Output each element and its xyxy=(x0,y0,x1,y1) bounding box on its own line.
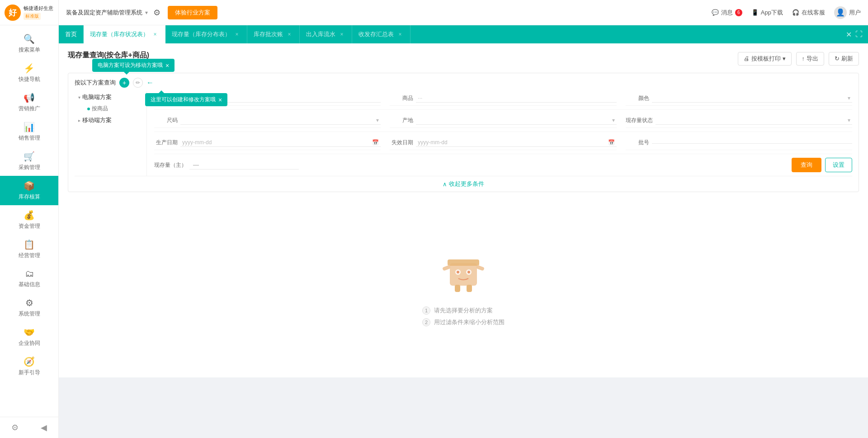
sidebar-item-inventory[interactable]: 📦 库存核算 xyxy=(0,176,58,205)
sidebar-item-basic[interactable]: 🗂 基础信息 xyxy=(0,264,58,293)
filter-size: 尺码 ▾ xyxy=(154,113,381,128)
chevron-up-icon: ∧ xyxy=(443,181,447,188)
tooltip-scheme-mobile: 电脑方案可设为移动方案哦 × xyxy=(92,59,175,72)
tab-close-batch-ledger[interactable]: × xyxy=(286,31,293,38)
batch-no-input[interactable] xyxy=(652,141,852,144)
filter-stock-status: 现存量状态 ▾ xyxy=(626,113,852,128)
stock-qty-input[interactable]: — xyxy=(189,160,299,170)
sidebar-item-label: 系统管理 xyxy=(19,310,40,318)
goods-label: 商品 xyxy=(390,94,413,102)
sidebar-item-operations[interactable]: 📋 经营管理 xyxy=(0,235,58,264)
sidebar-item-enterprise[interactable]: 🤝 企业协同 xyxy=(0,322,58,352)
goods-input[interactable]: ··· xyxy=(416,94,616,103)
svg-rect-9 xyxy=(467,285,472,292)
tab-in-out-flow-label: 出入库流水 xyxy=(306,30,335,38)
sidebar-item-guide[interactable]: 🧭 新手引导 xyxy=(0,352,58,381)
inventory-icon: 📦 xyxy=(24,180,35,191)
size-arrow-icon: ▾ xyxy=(376,117,379,123)
tooltip-text: 电脑方案可设为移动方案哦 xyxy=(98,61,163,69)
tabbar-close-all-icon[interactable]: ✕ xyxy=(846,30,852,39)
sidebar-bottom: ⚙ ◀ xyxy=(0,417,58,438)
scheme-by-goods[interactable]: 按商品 xyxy=(84,103,142,114)
main-content: 现存量查询(按仓库+商品) 🖨 按模板打印 ▾ ↑ 导出 ↻ 刷新 xyxy=(59,43,868,438)
filter-row-1: 仓库 ··· 商品 ··· 颜色 xyxy=(154,91,852,110)
tab-close-in-out-flow[interactable]: × xyxy=(338,31,345,38)
tabbar: 首页 现存量（库存状况表） × 现存量（库存分布表） × 库存批次账 × 出入库… xyxy=(59,25,868,43)
sales-icon: 📊 xyxy=(24,122,35,132)
tab-inventory-dist[interactable]: 现存量（库存分布表） × xyxy=(165,25,247,43)
page-actions: 🖨 按模板打印 ▾ ↑ 导出 ↻ 刷新 xyxy=(738,52,859,66)
collapse-sidebar-btn[interactable]: ◀ xyxy=(41,423,47,433)
basic-icon: 🗂 xyxy=(25,268,34,279)
origin-label: 产地 xyxy=(390,117,413,124)
user-menu[interactable]: 👤 用户 xyxy=(834,6,861,19)
sidebar-item-label: 营销推广 xyxy=(19,105,40,113)
content-area: 现存量查询(按仓库+商品) 🖨 按模板打印 ▾ ↑ 导出 ↻ 刷新 xyxy=(59,43,868,377)
empty-illustration xyxy=(439,245,488,295)
empty-text: 1 请先选择要分析的方案 2 用过滤条件来缩小分析范围 xyxy=(422,304,505,329)
batch-no-label: 批号 xyxy=(626,139,649,146)
scheme-mobile[interactable]: ▸ 移动端方案 xyxy=(75,114,142,126)
sidebar-item-quick[interactable]: ⚡ 快捷导航 xyxy=(0,58,58,88)
guide-icon: 🧭 xyxy=(24,356,35,367)
finance-icon: 💰 xyxy=(24,210,35,221)
refresh-button[interactable]: ↻ 刷新 xyxy=(829,52,859,66)
header-left: 装备及固定资产辅助管理系统 ▾ ⚙ 体验行业方案 xyxy=(66,6,217,19)
sidebar-item-label: 企业协同 xyxy=(19,339,40,347)
expire-date-input[interactable]: yyyy-mm-dd 📅 xyxy=(416,138,616,147)
tab-inventory-status[interactable]: 现存量（库存状况表） × xyxy=(84,25,165,43)
sidebar-item-marketing[interactable]: 📢 营销推广 xyxy=(0,88,58,117)
tabbar-fullscreen-icon[interactable]: ⛶ xyxy=(855,30,863,38)
export-button[interactable]: ↑ 导出 xyxy=(796,52,825,66)
tab-close-collect-summary[interactable]: × xyxy=(396,31,404,38)
filter-color: 颜色 ▾ xyxy=(626,91,852,106)
system-arrow-icon: ▾ xyxy=(145,9,148,16)
print-button[interactable]: 🖨 按模板打印 ▾ xyxy=(738,52,792,66)
edit-scheme-button[interactable]: ✏ xyxy=(133,78,143,88)
tab-close-inventory-dist[interactable]: × xyxy=(233,31,241,38)
sidebar-item-label: 新手引导 xyxy=(19,369,40,377)
empty-state: 1 请先选择要分析的方案 2 用过滤条件来缩小分析范围 xyxy=(422,245,505,329)
settings-bottom-btn[interactable]: ⚙ xyxy=(11,423,19,433)
filter-left-arrow-icon[interactable]: ← xyxy=(146,79,154,87)
online-service-button[interactable]: 🎧 在线客服 xyxy=(792,9,825,17)
step-2-text: 用过滤条件来缩小分析范围 xyxy=(434,318,505,326)
messages-button[interactable]: 💬 消息 6 xyxy=(712,9,742,17)
tab-home-label: 首页 xyxy=(65,30,77,38)
tab-in-out-flow[interactable]: 出入库流水 × xyxy=(300,25,352,43)
scheme-desktop[interactable]: ▾ 电脑端方案 xyxy=(75,91,142,103)
sidebar-item-search[interactable]: 🔍 搜索菜单 xyxy=(0,29,58,58)
sidebar-item-finance[interactable]: 💰 资金管理 xyxy=(0,205,58,235)
step-1-text: 请先选择要分析的方案 xyxy=(434,306,493,315)
app-download-button[interactable]: 📱 App下载 xyxy=(751,9,783,17)
reset-button[interactable]: 设置 xyxy=(825,158,852,172)
tooltip-close-2[interactable]: × xyxy=(218,96,222,104)
color-select[interactable]: ▾ xyxy=(652,94,852,103)
produce-date-input[interactable]: yyyy-mm-dd 📅 xyxy=(180,138,381,147)
origin-select[interactable]: ▾ xyxy=(416,116,616,125)
settings-gear-icon[interactable]: ⚙ xyxy=(153,8,160,18)
tab-home[interactable]: 首页 xyxy=(59,25,84,43)
system-selector[interactable]: 装备及固定资产辅助管理系统 ▾ xyxy=(66,9,148,17)
sidebar-item-label: 快捷导航 xyxy=(19,75,40,83)
svg-point-4 xyxy=(457,271,459,273)
size-select[interactable]: ▾ xyxy=(180,116,381,125)
add-scheme-button[interactable]: + xyxy=(119,78,129,88)
sidebar-item-label: 采购管理 xyxy=(19,164,40,171)
trial-button[interactable]: 体验行业方案 xyxy=(168,6,217,19)
stock-status-select[interactable]: ▾ xyxy=(656,116,852,125)
tab-batch-ledger[interactable]: 库存批次账 × xyxy=(247,25,300,43)
sidebar-item-sales[interactable]: 📊 销售管理 xyxy=(0,117,58,146)
collapse-bar[interactable]: ∧ 收起更多条件 xyxy=(75,176,852,192)
filter-row-3: 生产日期 yyyy-mm-dd 📅 失效日期 yyyy-mm-dd 📅 xyxy=(154,132,852,154)
print-arrow-icon: ▾ xyxy=(783,55,786,62)
tab-collect-summary[interactable]: 收发存汇总表 × xyxy=(352,25,410,43)
query-button[interactable]: 查询 xyxy=(792,158,821,172)
scheme-tree: ▾ 电脑端方案 按商品 ▸ 移动端方案 xyxy=(75,91,147,176)
tab-close-inventory-status[interactable]: × xyxy=(151,31,159,38)
sidebar-item-system[interactable]: ⚙ 系统管理 xyxy=(0,293,58,322)
msg-label: 消息 xyxy=(721,9,733,17)
tooltip-close-1[interactable]: × xyxy=(165,62,169,69)
sidebar-item-purchase[interactable]: 🛒 采购管理 xyxy=(0,146,58,176)
collapse-label: 收起更多条件 xyxy=(449,180,484,188)
